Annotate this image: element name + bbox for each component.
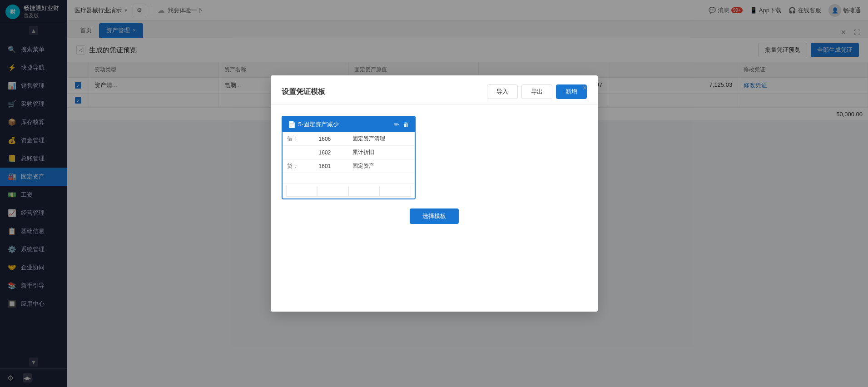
footer-cell-2 <box>317 186 348 197</box>
template-card-header: 📄 5-固定资产减少 ✏ 🗑 <box>283 117 415 132</box>
debit-label: 借： <box>283 132 314 146</box>
template-row-debit2: 1602 累计折旧 <box>283 146 415 159</box>
account-name-clearing: 固定资产清理 <box>348 132 415 146</box>
footer-cell-3 <box>348 186 380 197</box>
modal-close-button[interactable]: × <box>580 83 590 94</box>
modal-header: 设置凭证模板 导入 导出 新增 <box>271 75 598 105</box>
close-icon: × <box>583 84 587 92</box>
main-area: 医疗器械行业演示 ▾ ⚙ ☁ 我要体验一下 💬 消息 99+ 📱 App下载 <box>67 0 868 387</box>
template-row-debit1: 借： 1606 固定资产清理 <box>283 132 415 146</box>
footer-cell-4 <box>380 186 411 197</box>
template-title: 5-固定资产减少 <box>298 120 339 129</box>
account-name-fixed-assets: 固定资产 <box>348 159 415 173</box>
template-footer-row <box>286 186 411 197</box>
modal-title: 设置凭证模板 <box>282 87 325 97</box>
modal-overlay: × 设置凭证模板 导入 导出 新增 <box>67 38 868 387</box>
page-content: ◁ 生成的凭证预览 批量凭证预览 全部生成凭证 变动类型 资产名称 固定资产原值 <box>67 38 868 387</box>
export-button[interactable]: 导出 <box>521 84 552 99</box>
modal-body: 📄 5-固定资产减少 ✏ 🗑 <box>271 105 598 235</box>
template-doc-icon: 📄 <box>288 121 296 128</box>
account-code-1602: 1602 <box>314 146 348 159</box>
template-empty-row1 <box>283 173 415 184</box>
account-code-1606: 1606 <box>314 132 348 146</box>
template-card: 📄 5-固定资产减少 ✏ 🗑 <box>282 116 416 199</box>
account-code-1601: 1601 <box>314 159 348 173</box>
import-button[interactable]: 导入 <box>487 84 518 99</box>
footer-cell-1 <box>286 186 317 197</box>
credit-label: 贷： <box>283 159 314 173</box>
template-body: 借： 1606 固定资产清理 1602 累计折旧 <box>283 132 415 198</box>
template-row-credit: 贷： 1601 固定资产 <box>283 159 415 173</box>
template-card-actions: ✏ 🗑 <box>394 121 409 128</box>
account-name-depreciation: 累计折旧 <box>348 146 415 159</box>
select-template-button[interactable]: 选择模板 <box>410 208 459 224</box>
template-table: 借： 1606 固定资产清理 1602 累计折旧 <box>283 132 415 184</box>
template-delete-icon[interactable]: 🗑 <box>403 121 409 128</box>
modal-header-actions: 导入 导出 新增 <box>487 84 587 99</box>
voucher-template-modal: × 设置凭证模板 导入 导出 新增 <box>271 75 598 312</box>
template-edit-icon[interactable]: ✏ <box>394 121 399 128</box>
template-footer <box>283 184 415 198</box>
